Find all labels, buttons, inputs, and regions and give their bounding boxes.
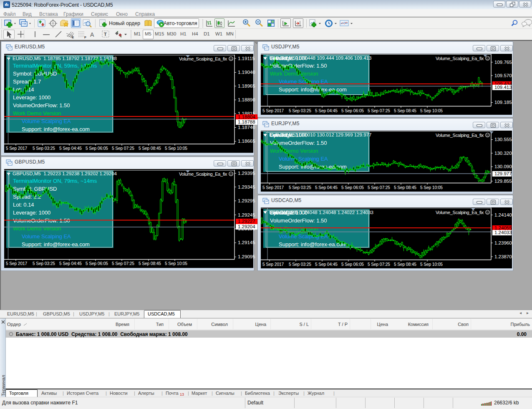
svg-text:E: E — [72, 35, 74, 39]
svg-text:F: F — [84, 35, 86, 39]
svg-text:T: T — [104, 32, 107, 37]
